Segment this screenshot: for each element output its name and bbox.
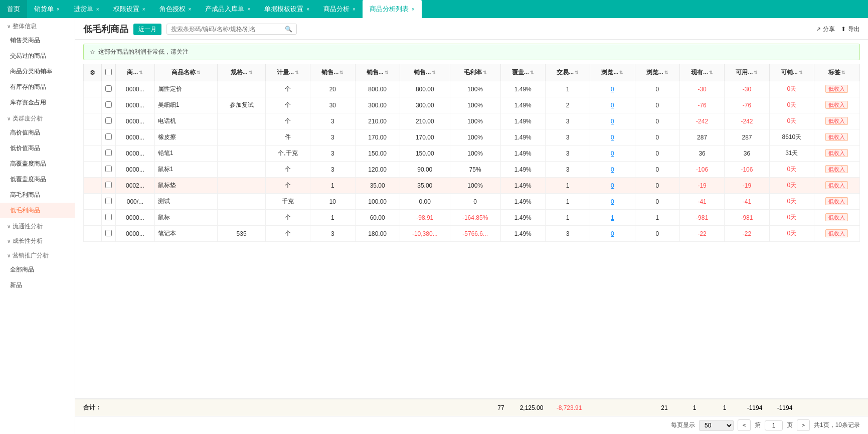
browse-link[interactable]: 0 <box>611 166 614 173</box>
cell-checkbox[interactable] <box>102 113 116 129</box>
next-page-button[interactable]: ＞ <box>797 419 810 431</box>
page-number-input[interactable] <box>765 420 783 430</box>
nav-close-单据模板设置[interactable]: × <box>306 7 309 12</box>
select-all-checkbox[interactable] <box>105 69 112 75</box>
sidebar-item-商品分类助销率[interactable]: 商品分类助销率 <box>0 64 75 79</box>
prev-page-button[interactable]: ＜ <box>738 419 751 431</box>
col-browse1[interactable]: 浏览...⇅ <box>590 64 635 81</box>
col-spec[interactable]: 规格...⇅ <box>218 64 266 81</box>
col-current-stock[interactable]: 现有...⇅ <box>679 64 724 81</box>
cell-checkbox[interactable] <box>102 81 116 97</box>
cell-checkbox[interactable] <box>102 146 116 162</box>
sidebar-item-库存资金占用[interactable]: 库存资金占用 <box>0 95 75 110</box>
cell-browse1[interactable]: 0 <box>590 194 635 210</box>
nav-item-首页[interactable]: 首页 <box>0 0 27 18</box>
col-code[interactable]: 商...⇅ <box>116 64 155 81</box>
sidebar-item-交易过的商品[interactable]: 交易过的商品 <box>0 48 75 64</box>
nav-close-商品分析列表[interactable]: × <box>412 7 415 12</box>
cell-checkbox[interactable] <box>102 162 116 178</box>
row-checkbox[interactable] <box>105 214 112 220</box>
row-checkbox[interactable] <box>105 230 112 236</box>
cell-browse1[interactable]: 0 <box>590 113 635 129</box>
sidebar-item-低价值商品[interactable]: 低价值商品 <box>0 140 75 156</box>
col-name[interactable]: 商品名称⇅ <box>154 64 217 81</box>
sidebar-item-高价值商品[interactable]: 高价值商品 <box>0 125 75 140</box>
col-saleable[interactable]: 可销...⇅ <box>769 64 814 81</box>
browse-link[interactable]: 1 <box>611 214 614 221</box>
browse-link[interactable]: 0 <box>611 102 614 109</box>
sidebar-group-类群度分析[interactable]: ∨ 类群度分析 <box>0 110 75 125</box>
nav-item-角色授权[interactable]: 角色授权× <box>152 0 199 18</box>
col-sales-profit[interactable]: 销售...⇅ <box>400 64 450 81</box>
nav-close-角色授权[interactable]: × <box>189 7 192 12</box>
settings-icon[interactable]: ⚙ <box>90 69 95 76</box>
cell-browse1[interactable]: 0 <box>590 129 635 146</box>
row-checkbox[interactable] <box>105 182 112 188</box>
row-checkbox[interactable] <box>105 198 112 204</box>
cell-checkbox[interactable] <box>102 210 116 226</box>
cell-checkbox[interactable] <box>102 97 116 113</box>
sidebar-group-流通性分析[interactable]: ∨ 流通性分析 <box>0 218 75 233</box>
row-checkbox[interactable] <box>105 85 112 92</box>
cell-browse1[interactable]: 0 <box>590 178 635 194</box>
col-browse2[interactable]: 浏览...⇅ <box>635 64 679 81</box>
col-trade-count[interactable]: 交易...⇅ <box>545 64 590 81</box>
cell-browse1[interactable]: 0 <box>590 146 635 162</box>
nav-close-进货单[interactable]: × <box>96 7 99 12</box>
row-checkbox[interactable] <box>105 166 112 172</box>
sidebar-item-高毛利商品[interactable]: 高毛利商品 <box>0 187 75 203</box>
nav-close-销货单[interactable]: × <box>57 7 60 12</box>
browse-link[interactable]: 0 <box>611 118 614 125</box>
row-checkbox[interactable] <box>105 101 112 108</box>
browse-link[interactable]: 0 <box>611 134 614 141</box>
cell-checkbox[interactable] <box>102 226 116 242</box>
cell-browse1[interactable]: 0 <box>590 81 635 97</box>
sidebar-item-新品[interactable]: 新品 <box>0 277 75 293</box>
date-filter-button[interactable]: 近一月 <box>133 24 161 35</box>
cell-browse1[interactable]: 0 <box>590 162 635 178</box>
page-size-select[interactable]: 50 20 100 <box>699 420 734 431</box>
nav-item-权限设置[interactable]: 权限设置× <box>106 0 152 18</box>
sidebar-item-低毛利商品[interactable]: 低毛利商品 <box>0 203 75 218</box>
nav-close-商品分析[interactable]: × <box>353 7 356 12</box>
col-cover-rate[interactable]: 覆盖...⇅ <box>500 64 545 81</box>
cell-checkbox[interactable] <box>102 194 116 210</box>
sidebar-item-低覆盖度商品[interactable]: 低覆盖度商品 <box>0 172 75 187</box>
cell-browse1[interactable]: 1 <box>590 210 635 226</box>
col-unit[interactable]: 计量...⇅ <box>265 64 310 81</box>
browse-link[interactable]: 0 <box>611 150 614 157</box>
col-checkbox[interactable] <box>102 64 116 81</box>
browse-link[interactable]: 0 <box>611 182 614 189</box>
nav-item-单据模板设置[interactable]: 单据模板设置× <box>257 0 316 18</box>
cell-browse1[interactable]: 0 <box>590 226 635 242</box>
nav-close-产成品入库单[interactable]: × <box>247 7 250 12</box>
browse-link[interactable]: 0 <box>611 230 614 237</box>
sidebar-item-有库存的商品[interactable]: 有库存的商品 <box>0 79 75 95</box>
cell-checkbox[interactable] <box>102 129 116 146</box>
nav-item-商品分析[interactable]: 商品分析× <box>316 0 363 18</box>
sidebar-group-成长性分析[interactable]: ∨ 成长性分析 <box>0 233 75 247</box>
nav-item-商品分析列表[interactable]: 商品分析列表× <box>363 0 422 18</box>
cell-browse1[interactable]: 0 <box>590 97 635 113</box>
col-sales-qty[interactable]: 销售...⇅ <box>310 64 355 81</box>
nav-item-产成品入库单[interactable]: 产成品入库单× <box>198 0 257 18</box>
col-settings[interactable]: ⚙ <box>84 64 102 81</box>
table-container[interactable]: ⚙ 商...⇅ 商品名称⇅ 规格...⇅ 计量...⇅ 销售...⇅ 销售...… <box>75 64 868 398</box>
sidebar-group-营销推广分析[interactable]: ∨ 营销推广分析 <box>0 247 75 262</box>
sidebar-item-销售类商品[interactable]: 销售类商品 <box>0 33 75 48</box>
col-available[interactable]: 可用...⇅ <box>725 64 769 81</box>
search-input[interactable] <box>171 26 282 33</box>
sidebar-group-整体信息[interactable]: ∨ 整体信息 <box>0 18 75 33</box>
sidebar-item-全部商品[interactable]: 全部商品 <box>0 262 75 277</box>
export-button[interactable]: ⬆ 导出 <box>841 25 860 34</box>
share-button[interactable]: ↗ 分享 <box>816 25 835 34</box>
col-sales-amt[interactable]: 销售...⇅ <box>355 64 400 81</box>
row-checkbox[interactable] <box>105 117 112 124</box>
browse-link[interactable]: 0 <box>611 198 614 205</box>
nav-item-进货单[interactable]: 进货单× <box>67 0 106 18</box>
nav-close-权限设置[interactable]: × <box>142 7 145 12</box>
search-icon[interactable]: 🔍 <box>285 26 292 33</box>
nav-item-销货单[interactable]: 销货单× <box>27 0 67 18</box>
row-checkbox[interactable] <box>105 133 112 140</box>
sidebar-item-高覆盖度商品[interactable]: 高覆盖度商品 <box>0 156 75 172</box>
